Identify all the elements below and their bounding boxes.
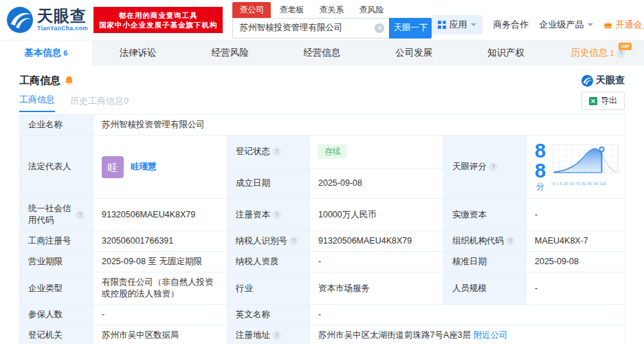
business-info-subtabs: 工商信息 历史工商信息0 导出 bbox=[19, 92, 625, 112]
logo-domain: TianYanCha.com bbox=[37, 25, 88, 32]
help-icon[interactable]: ? bbox=[506, 237, 515, 246]
crown-icon bbox=[603, 21, 612, 29]
subtab-history-business-info[interactable]: 历史工商信息0 bbox=[70, 95, 129, 112]
nearby-companies-link[interactable]: 附近公司 bbox=[474, 330, 508, 340]
field-label: 企业名称 bbox=[20, 115, 93, 136]
tab-label: 历史信息 bbox=[571, 47, 608, 59]
field-label: 组织机构代码? bbox=[444, 231, 526, 252]
legal-rep-cell: 眭 眭瑾慧 bbox=[93, 136, 227, 199]
table-row: 登记机关 苏州市吴中区数据局 注册地址? 苏州市吴中区太湖街道前珠路7号A座3层… bbox=[20, 325, 625, 344]
banner-line2: 国家中小企业发展子基金旗下机构 bbox=[99, 20, 218, 30]
subtab-count: 0 bbox=[124, 96, 129, 106]
search-input[interactable] bbox=[232, 18, 389, 39]
table-row: 企业类型 有限责任公司（非自然人投资或控股的法人独资） 行业 资本市场服务 人员… bbox=[20, 272, 625, 305]
field-label: 纳税人资质 bbox=[227, 252, 310, 272]
vip-label: 开通会员 bbox=[615, 19, 644, 31]
staff-size-value: - bbox=[526, 272, 625, 305]
field-label: 注册资本? bbox=[227, 199, 310, 231]
tianyancha-eye-icon bbox=[7, 7, 33, 33]
tianyancha-logo[interactable]: 天眼查 TianYanCha.com bbox=[7, 7, 88, 33]
tab-company-development[interactable]: 公司发展 bbox=[368, 41, 460, 65]
tab-label: 基本信息 bbox=[24, 47, 61, 59]
banner-line1: 都在用的商业查询工具 bbox=[99, 10, 218, 20]
top-menu: 应用 商务合作 企业级产品 开通会员 费米 bbox=[432, 15, 644, 34]
search-area: 查公司 查老板 查关系 查风险 ✕ 天眼一下 bbox=[232, 2, 432, 39]
subtab-business-info[interactable]: 工商信息 bbox=[19, 94, 55, 112]
open-vip-menu[interactable]: 开通会员 bbox=[603, 19, 644, 31]
tab-operation-risk[interactable]: 经营风险 bbox=[184, 41, 276, 65]
search-tab-boss[interactable]: 查老板 bbox=[272, 2, 311, 18]
business-cooperation-menu[interactable]: 商务合作 bbox=[493, 19, 529, 31]
field-label: 参保人数 bbox=[20, 305, 93, 325]
help-icon[interactable]: ? bbox=[289, 237, 298, 246]
field-label: 法定代表人 bbox=[20, 136, 93, 199]
tab-label: 经营信息 bbox=[304, 47, 341, 59]
help-icon[interactable]: ? bbox=[272, 331, 281, 340]
table-row: 法定代表人 眭 眭瑾慧 登记状态? 存续 天眼评分? 88分 bbox=[20, 136, 625, 169]
search-tab-relation[interactable]: 查关系 bbox=[312, 2, 351, 18]
field-label: 人员规模 bbox=[444, 272, 526, 305]
industry-value: 资本市场服务 bbox=[310, 272, 444, 305]
search-tabs: 查公司 查老板 查关系 查风险 bbox=[232, 2, 432, 18]
field-label: 成立日期 bbox=[227, 169, 310, 198]
score-cell[interactable]: 88分 bbox=[526, 136, 625, 199]
enterprise-label: 企业级产品 bbox=[539, 19, 584, 31]
address-value: 苏州市吴中区太湖街道前珠路7号A座3层 bbox=[318, 330, 471, 340]
clear-search-icon[interactable]: ✕ bbox=[375, 23, 384, 33]
avatar[interactable]: 眭 bbox=[102, 156, 124, 178]
grid-icon bbox=[438, 21, 446, 29]
score-curve-chart: 0 1 5 25 50 75 90 95 99 100 bbox=[553, 144, 619, 190]
help-icon[interactable]: ? bbox=[272, 147, 281, 156]
status-badge: 存续 bbox=[318, 144, 347, 159]
uscc-value: 91320506MAEU4K8X79 bbox=[93, 199, 227, 231]
tab-count: 1 bbox=[610, 49, 614, 57]
cooperation-label: 商务合作 bbox=[493, 19, 529, 31]
tab-legal-litigation[interactable]: 法律诉讼 bbox=[92, 41, 184, 65]
search-button[interactable]: 天眼一下 bbox=[389, 18, 432, 39]
business-info-table: 企业名称 苏州智核投资管理有限公司 法定代表人 眭 眭瑾慧 登记状态? 存续 天… bbox=[19, 114, 625, 344]
export-button[interactable]: 导出 bbox=[581, 92, 625, 110]
help-icon[interactable]: ? bbox=[272, 211, 281, 219]
org-code-value: MAEU4K8X-7 bbox=[526, 231, 625, 252]
score-value: 88 bbox=[535, 140, 546, 182]
taxpayer-qual-value: - bbox=[310, 252, 444, 272]
export-label: 导出 bbox=[601, 95, 617, 107]
authority-value: 苏州市吴中区数据局 bbox=[93, 325, 227, 344]
tab-history-info[interactable]: VIP 历史信息 1 ? bbox=[552, 41, 644, 65]
section-title: 工商信息 bbox=[19, 74, 60, 87]
est-date-value: 2025-09-08 bbox=[310, 169, 444, 198]
help-icon[interactable]: ? bbox=[76, 211, 85, 219]
top-header: 天眼查 TianYanCha.com 都在用的商业查询工具 国家中小企业发展子基… bbox=[0, 0, 644, 40]
vip-badge: VIP bbox=[619, 43, 632, 50]
tab-intellectual-property[interactable]: 知识产权 bbox=[460, 41, 552, 65]
search-tab-company[interactable]: 查公司 bbox=[232, 2, 271, 18]
taxpayer-id-value: 91320506MAEU4K8X79 bbox=[310, 231, 444, 252]
tab-label: 知识产权 bbox=[487, 47, 524, 59]
tab-operation-info[interactable]: 经营信息 bbox=[276, 41, 368, 65]
legal-rep-link[interactable]: 眭瑾慧 bbox=[131, 161, 157, 173]
promo-banner: 都在用的商业查询工具 国家中小企业发展子基金旗下机构 bbox=[93, 7, 223, 33]
field-label: 企业类型 bbox=[20, 272, 93, 305]
section-brand: 天眼查 bbox=[581, 74, 625, 87]
help-icon[interactable]: ? bbox=[489, 162, 498, 171]
score-axis-labels: 0 1 5 25 50 75 90 95 99 100 bbox=[553, 178, 615, 189]
field-label: 英文名称 bbox=[227, 305, 310, 325]
tab-basic-info[interactable]: 基本信息 6 bbox=[0, 41, 92, 65]
field-label: 注册地址? bbox=[227, 325, 310, 344]
table-row: 统一社会信用代码? 91320506MAEU4K8X79 注册资本? 10000… bbox=[20, 199, 625, 231]
alarm-bell-icon bbox=[65, 76, 74, 85]
field-label: 营业期限 bbox=[20, 252, 93, 272]
main-content: 工商信息 天眼查 工商信息 历史工商信息0 导出 bbox=[0, 65, 644, 344]
apps-menu[interactable]: 应用 bbox=[432, 15, 482, 34]
insured-value: - bbox=[93, 305, 227, 325]
excel-icon bbox=[589, 97, 597, 105]
reg-no-value: 320506001766391 bbox=[93, 231, 227, 252]
field-label: 工商注册号 bbox=[20, 231, 93, 252]
field-label: 实缴资本 bbox=[444, 199, 526, 231]
table-row: 参保人数 - 英文名称 - bbox=[20, 305, 625, 325]
field-label: 天眼评分? bbox=[444, 136, 526, 199]
search-tab-risk[interactable]: 查风险 bbox=[352, 2, 390, 18]
enterprise-products-menu[interactable]: 企业级产品 bbox=[539, 19, 593, 31]
company-nav-tabs: 基本信息 6 法律诉讼 经营风险 经营信息 公司发展 知识产权 VIP 历史信息… bbox=[0, 40, 644, 65]
field-label: 纳税人识别号? bbox=[227, 231, 310, 252]
